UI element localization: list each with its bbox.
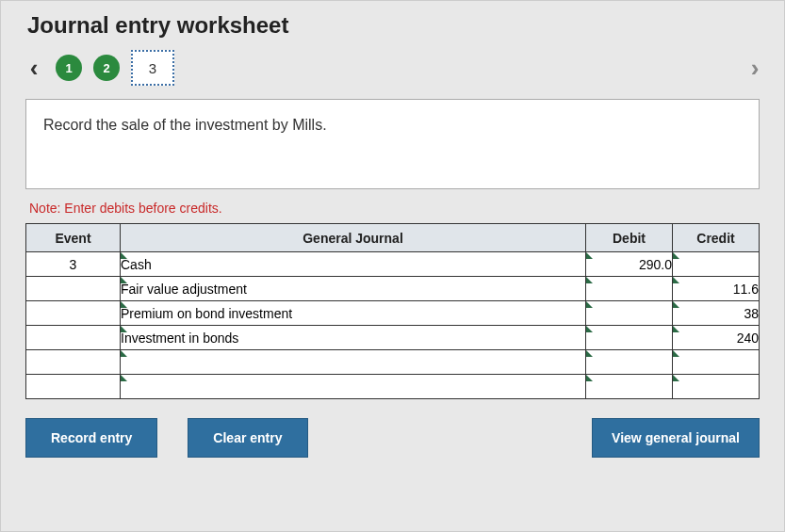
credit-cell[interactable] — [673, 252, 760, 277]
journal-tbody: 3Cash290.0Fair value adjustment11.6Premi… — [26, 252, 760, 399]
debit-cell[interactable]: 290.0 — [586, 252, 673, 277]
dropdown-indicator-icon — [673, 277, 679, 283]
table-row — [26, 375, 760, 399]
dropdown-indicator-icon — [673, 252, 679, 259]
debit-text: 290.0 — [639, 257, 672, 272]
account-text: Fair value adjustment — [121, 282, 247, 297]
debit-cell[interactable] — [586, 301, 673, 326]
table-row: Premium on bond investment38 — [26, 301, 760, 326]
th-credit: Credit — [673, 224, 760, 252]
dropdown-indicator-icon — [673, 301, 679, 308]
button-row: Record entry Clear entry View general jo… — [25, 418, 760, 458]
dropdown-indicator-icon — [673, 326, 679, 332]
prompt-text: Record the sale of the investment by Mil… — [43, 117, 327, 133]
th-general-journal: General Journal — [121, 224, 586, 252]
debit-cell[interactable] — [586, 375, 673, 399]
journal-table: Event General Journal Debit Credit 3Cash… — [25, 223, 760, 399]
credit-text: 240 — [737, 330, 759, 346]
clear-entry-button[interactable]: Clear entry — [188, 418, 307, 458]
credit-cell[interactable]: 240 — [673, 326, 760, 350]
view-general-journal-button[interactable]: View general journal — [592, 418, 760, 458]
credit-cell[interactable]: 11.6 — [673, 277, 760, 301]
journal-table-wrap: Event General Journal Debit Credit 3Cash… — [25, 223, 760, 399]
general-journal-cell[interactable]: Investment in bonds — [121, 326, 586, 350]
event-cell[interactable] — [26, 301, 121, 326]
event-cell[interactable] — [26, 375, 121, 399]
general-journal-cell[interactable] — [121, 350, 586, 375]
general-journal-cell[interactable]: Fair value adjustment — [121, 277, 586, 301]
step-2[interactable]: 2 — [93, 55, 120, 81]
dropdown-indicator-icon — [586, 326, 593, 332]
credit-text: 11.6 — [733, 282, 759, 297]
table-row: Fair value adjustment11.6 — [26, 277, 760, 301]
debit-cell[interactable] — [586, 326, 673, 350]
dropdown-indicator-icon — [586, 252, 593, 259]
table-row — [26, 350, 760, 375]
credit-text: 38 — [744, 306, 759, 321]
note-text: Note: Enter debits before credits. — [29, 201, 778, 216]
prompt-box: Record the sale of the investment by Mil… — [25, 99, 760, 189]
table-row: 3Cash290.0 — [26, 252, 760, 277]
dropdown-indicator-icon — [586, 375, 593, 381]
dropdown-indicator-icon — [121, 350, 127, 357]
event-cell[interactable] — [26, 350, 121, 375]
account-text: Investment in bonds — [121, 330, 238, 346]
dropdown-indicator-icon — [121, 301, 127, 308]
debit-cell[interactable] — [586, 277, 673, 301]
th-debit: Debit — [586, 224, 673, 252]
credit-cell[interactable] — [673, 350, 760, 375]
dropdown-indicator-icon — [673, 350, 679, 357]
dropdown-indicator-icon — [121, 252, 127, 259]
event-cell[interactable] — [26, 277, 121, 301]
account-text: Premium on bond investment — [121, 306, 292, 321]
general-journal-cell[interactable]: Cash — [121, 252, 586, 277]
chevron-right-icon[interactable]: › — [744, 56, 765, 80]
event-cell[interactable]: 3 — [26, 252, 121, 277]
dropdown-indicator-icon — [121, 375, 127, 381]
credit-cell[interactable] — [673, 375, 760, 399]
credit-cell[interactable]: 38 — [673, 301, 760, 326]
debit-cell[interactable] — [586, 350, 673, 375]
step-1[interactable]: 1 — [56, 55, 82, 81]
stepper: ‹ 1 2 3 › — [24, 50, 778, 86]
dropdown-indicator-icon — [121, 277, 127, 283]
th-event: Event — [26, 224, 121, 252]
dropdown-indicator-icon — [673, 375, 679, 381]
dropdown-indicator-icon — [586, 301, 593, 308]
record-entry-button[interactable]: Record entry — [25, 418, 157, 458]
page-title: Journal entry worksheet — [27, 12, 778, 39]
worksheet-panel: Journal entry worksheet ‹ 1 2 3 › Record… — [0, 0, 785, 532]
general-journal-cell[interactable]: Premium on bond investment — [121, 301, 586, 326]
dropdown-indicator-icon — [586, 350, 593, 357]
dropdown-indicator-icon — [586, 277, 593, 283]
table-row: Investment in bonds240 — [26, 326, 760, 350]
step-3[interactable]: 3 — [131, 50, 174, 86]
dropdown-indicator-icon — [121, 326, 127, 332]
general-journal-cell[interactable] — [121, 375, 586, 399]
event-cell[interactable] — [26, 326, 121, 350]
chevron-left-icon[interactable]: ‹ — [24, 56, 44, 80]
